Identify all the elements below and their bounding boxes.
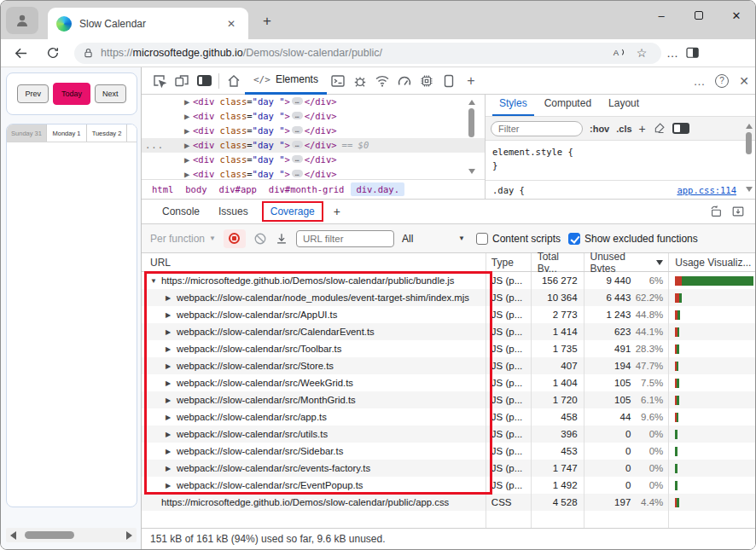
url-filter-input[interactable] bbox=[296, 230, 394, 247]
coverage-table-row[interactable]: ▶webpack://slow-calendar/src/Store.ts JS… bbox=[142, 357, 755, 374]
scroll-up-icon[interactable] bbox=[468, 96, 475, 105]
refresh-panel-icon[interactable] bbox=[709, 205, 723, 218]
coverage-table-row[interactable]: ▶webpack://slow-calendar/src/app.ts JS (… bbox=[142, 408, 755, 426]
settings-more-button[interactable]: … bbox=[666, 46, 679, 60]
expand-triangle-icon[interactable]: ▶ bbox=[166, 397, 177, 404]
clear-icon[interactable] bbox=[253, 232, 267, 246]
expand-inline-icon[interactable]: … bbox=[292, 97, 303, 105]
drawer-tab[interactable]: Coverage bbox=[262, 201, 323, 222]
today-button[interactable]: Today bbox=[53, 83, 90, 105]
dom-tree-row[interactable]: ▶<div class="day ">…</div> bbox=[142, 167, 485, 179]
expand-triangle-icon[interactable]: ▶ bbox=[166, 345, 177, 353]
coverage-table-row[interactable]: ▶webpack://slow-calendar/src/WeekGrid.ts… bbox=[142, 374, 755, 391]
drawer-tab[interactable]: Issues bbox=[213, 203, 253, 220]
scrollbar-thumb[interactable] bbox=[468, 108, 474, 137]
refresh-button[interactable] bbox=[40, 42, 66, 64]
expand-inline-icon[interactable]: … bbox=[292, 141, 303, 148]
prev-button[interactable]: Prev bbox=[17, 84, 49, 103]
coverage-table-row[interactable]: ▶webpack://slow-calendar/src/AppUI.ts JS… bbox=[142, 306, 755, 323]
memory-panel-button[interactable] bbox=[416, 70, 438, 92]
column-header-url[interactable]: URL bbox=[142, 253, 486, 271]
column-header-type[interactable]: Type bbox=[486, 253, 532, 271]
breadcrumb-item[interactable]: html bbox=[147, 182, 178, 196]
toggle-hover-state-button[interactable]: :hov bbox=[590, 124, 609, 134]
url-field[interactable]: https://microsoftedge.github.io/Demos/sl… bbox=[74, 43, 661, 64]
expand-inline-icon[interactable]: … bbox=[292, 155, 303, 163]
coverage-table-row[interactable]: ▶webpack://slow-calendar/src/events-fact… bbox=[142, 460, 755, 477]
next-button[interactable]: Next bbox=[95, 84, 126, 103]
devtools-close-button[interactable]: ✕ bbox=[733, 70, 755, 92]
activity-bar-toggle[interactable] bbox=[193, 70, 215, 92]
scroll-down-icon[interactable] bbox=[468, 169, 475, 177]
scroll-up-icon[interactable] bbox=[746, 120, 753, 129]
styles-tab[interactable]: Styles bbox=[492, 94, 534, 116]
styles-scrollbar[interactable] bbox=[744, 120, 753, 195]
type-filter-dropdown[interactable]: All▼ bbox=[402, 233, 468, 245]
expand-inline-icon[interactable]: … bbox=[292, 112, 303, 119]
expand-triangle-icon[interactable]: ▶ bbox=[166, 431, 177, 438]
console-panel-button[interactable] bbox=[327, 70, 349, 92]
dom-tree-row[interactable]: ▶<div class="day ">…</div> bbox=[142, 109, 485, 124]
back-button[interactable] bbox=[8, 42, 33, 64]
read-aloud-button[interactable]: A bbox=[608, 43, 631, 62]
record-coverage-button[interactable] bbox=[224, 229, 246, 248]
scroll-right-icon[interactable] bbox=[126, 531, 132, 540]
expand-triangle-icon[interactable]: ▶ bbox=[166, 311, 177, 319]
styles-tab[interactable]: Layout bbox=[602, 94, 646, 116]
inspect-element-button[interactable] bbox=[148, 70, 171, 92]
expand-triangle-icon[interactable]: ▶ bbox=[166, 414, 177, 421]
show-excluded-checkbox-group[interactable]: Show excluded functions bbox=[568, 233, 698, 245]
breadcrumb-item[interactable]: div#month-grid bbox=[264, 182, 350, 196]
browser-tab[interactable]: Slow Calendar ✕ bbox=[48, 8, 248, 39]
scroll-down-icon[interactable] bbox=[746, 187, 753, 195]
sidebar-toggle-icon[interactable] bbox=[672, 123, 689, 134]
coverage-table-row[interactable]: ▼https://microsoftedge.github.io/Demos/s… bbox=[142, 272, 755, 289]
breadcrumb-item[interactable]: div.day. bbox=[351, 182, 404, 196]
tab-elements[interactable]: </> Elements bbox=[245, 67, 327, 95]
performance-panel-button[interactable] bbox=[393, 70, 416, 92]
styles-tab[interactable]: Computed bbox=[538, 94, 598, 116]
page-horizontal-scrollbar[interactable] bbox=[6, 528, 137, 542]
scrollbar-thumb[interactable] bbox=[25, 531, 74, 539]
paint-format-icon[interactable] bbox=[653, 122, 666, 135]
expand-triangle-icon[interactable]: ▶ bbox=[166, 465, 177, 472]
expand-triangle-icon[interactable]: ▶ bbox=[166, 482, 177, 489]
minimize-button[interactable]: – bbox=[643, 1, 680, 30]
favorites-star-button[interactable]: ☆ bbox=[631, 43, 653, 62]
drawer-tab[interactable]: Console bbox=[157, 203, 205, 220]
expand-triangle-icon[interactable]: ▶ bbox=[166, 379, 177, 387]
scroll-left-icon[interactable] bbox=[10, 531, 16, 540]
expand-triangle-icon[interactable]: ▶ bbox=[166, 362, 177, 370]
new-tab-button[interactable]: + bbox=[257, 11, 277, 32]
coverage-table-row[interactable]: ▶webpack://slow-calendar/src/CalendarEve… bbox=[142, 323, 755, 340]
device-emulation-button[interactable] bbox=[171, 70, 193, 92]
expand-inline-icon[interactable]: … bbox=[292, 126, 303, 134]
close-button[interactable]: ✕ bbox=[718, 1, 755, 30]
split-screen-icon[interactable] bbox=[686, 47, 700, 59]
tree-scrollbar[interactable] bbox=[467, 96, 476, 177]
expand-triangle-icon[interactable]: ▼ bbox=[150, 277, 161, 285]
expand-triangle-icon[interactable]: ▶ bbox=[166, 294, 177, 302]
column-header-usage[interactable]: Usage Visualiz... bbox=[669, 253, 755, 271]
styles-filter-input[interactable] bbox=[491, 121, 583, 136]
expand-triangle-icon[interactable]: ▶ bbox=[166, 448, 177, 455]
column-header-unused-bytes[interactable]: Unused Bytes bbox=[584, 253, 670, 271]
element-classes-button[interactable]: .cls bbox=[616, 124, 631, 134]
element-style-rule[interactable]: element.style { } bbox=[486, 141, 755, 180]
expand-quickview-icon[interactable] bbox=[731, 205, 745, 218]
column-header-total-bytes[interactable]: Total By... bbox=[532, 253, 584, 271]
coverage-table-row[interactable]: https://microsoftedge.github.io/Demos/sl… bbox=[142, 494, 755, 511]
show-excluded-checkbox[interactable] bbox=[568, 233, 580, 245]
download-icon[interactable] bbox=[275, 232, 288, 246]
scrollbar-thumb[interactable] bbox=[746, 132, 752, 154]
per-function-dropdown[interactable]: Per function▼ bbox=[150, 233, 216, 245]
content-scripts-checkbox-group[interactable]: Content scripts bbox=[476, 233, 561, 245]
new-style-rule-button[interactable]: + bbox=[639, 122, 646, 136]
breadcrumb-item[interactable]: div#app bbox=[214, 182, 262, 196]
application-panel-button[interactable] bbox=[438, 70, 460, 92]
content-scripts-checkbox[interactable] bbox=[476, 233, 488, 245]
devtools-menu-button[interactable]: … bbox=[689, 70, 711, 92]
maximize-button[interactable] bbox=[680, 1, 718, 30]
tab-close-icon[interactable]: ✕ bbox=[223, 15, 240, 32]
expand-inline-icon[interactable]: … bbox=[292, 170, 303, 177]
